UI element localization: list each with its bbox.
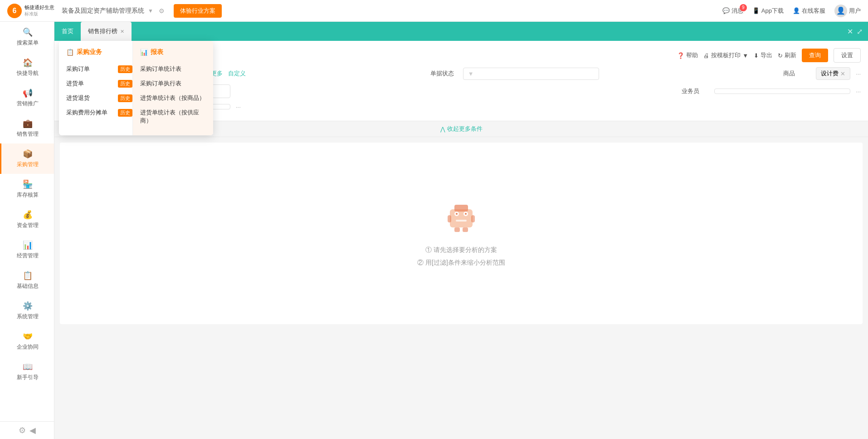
service-label: 在线客服 [802,7,825,15]
user-btn[interactable]: 👤 用户 [834,5,861,17]
tip-text-1: 请先选择要分析的方案 [434,246,497,253]
message-badge: 9 [740,4,747,11]
svg-rect-10 [463,227,468,232]
tab-close-icon[interactable]: ✕ [120,29,124,35]
sidebar-item-purchase[interactable]: 📦 采购管理 [0,143,54,174]
app-download-btn[interactable]: 📱 App下载 [752,7,784,15]
salesperson-more-dots[interactable]: ··· [856,88,861,95]
svg-rect-7 [448,215,451,222]
tab-bar: 首页 销售排行榜 ✕ ✕ ⤢ [54,22,868,41]
purchase-order-label: 采购订单 [66,65,90,73]
header-right: 💬 消息 9 📱 App下载 👤 在线客服 👤 用户 [722,5,861,17]
customer-more-dots[interactable]: ··· [236,104,241,110]
empty-text-1: ① 请先选择要分析的方案 [425,243,497,256]
sidebar-label-coop: 企业协同 [17,343,39,351]
refresh-label: 刷新 [785,51,796,59]
close-tab-btn[interactable]: ✕ [847,27,853,36]
purchase-order-stat-item[interactable]: 采购订单统计表 [140,62,206,76]
sidebar-item-sales[interactable]: 💼 销售管理 [0,113,54,143]
sidebar-item-system[interactable]: ⚙️ 系统管理 [0,296,54,326]
settings-btn[interactable]: 设置 [834,48,861,63]
stock-in-item[interactable]: 进货单 历史 [66,76,132,91]
svg-rect-8 [471,215,475,222]
salesperson-label: 业务员 [682,87,709,95]
sidebar-item-finance[interactable]: 💰 资金管理 [0,204,54,235]
svg-rect-6 [456,220,467,222]
order-status-label: 单据状态 [430,69,458,78]
purchase-order-badge: 历史 [118,65,132,73]
collapse-label: 收起更多条件 [447,125,483,133]
stock-return-badge: 历史 [118,94,132,102]
print-icon: 🖨 [703,52,709,59]
finance-icon: 💰 [23,210,33,220]
sidebar-item-marketing[interactable]: 📢 营销推广 [0,83,54,113]
online-service-btn[interactable]: 👤 在线客服 [793,7,825,15]
sidebar-label-operations: 经营管理 [17,252,39,260]
industry-btn[interactable]: 体验行业方案 [174,4,222,18]
goods-more-dots[interactable]: ··· [856,70,861,77]
query-btn[interactable]: 查询 [802,49,828,62]
service-icon: 👤 [793,7,800,14]
sidebar-item-basic[interactable]: 📋 基础信息 [0,265,54,296]
search-icon: 🔍 [23,27,33,37]
logo-icon: 6 [7,4,22,18]
goods-tag-value: 设计费 [821,69,839,78]
goods-tag: 设计费 ✕ [816,67,850,80]
sidebar-item-operations[interactable]: 📊 经营管理 [0,235,54,265]
purchase-order-stat-label: 采购订单统计表 [140,65,181,73]
settings-icon[interactable]: ⚙ [159,7,165,15]
sidebar-label-basic: 基础信息 [17,282,39,290]
sidebar-label-guide: 新手引导 [17,374,39,381]
stock-in-stat-goods-label: 进货单统计表（按商品） [140,94,205,102]
print-btn[interactable]: 🖨 按模板打印 ▼ [703,51,748,59]
report-col: 📊 报表 采购订单统计表 采购订单执行表 进货单统计表（按商品） 进货单统计表（… [132,41,214,135]
sidebar-item-guide[interactable]: 📖 新手引导 [0,356,54,387]
brand-version: 标准版 [24,11,54,17]
export-icon: ⬇ [754,52,759,59]
guide-icon: 📖 [23,362,33,372]
message-btn[interactable]: 💬 消息 9 [722,7,743,15]
sidebar: 🔍 搜索菜单 🏠 快捷导航 📢 营销推广 💼 销售管理 📦 采购管理 🏪 库存核… [0,22,54,439]
settings-bottom-btn[interactable]: ⚙ [19,425,26,435]
purchase-section-icon: 📋 [66,49,74,56]
stock-in-badge: 历史 [118,80,132,88]
user-label: 用户 [849,7,861,15]
sidebar-item-search[interactable]: 🔍 搜索菜单 [0,22,54,52]
stock-in-stat-supplier-item[interactable]: 进货单统计表（按供应商） [140,105,206,128]
export-label: 导出 [761,51,772,59]
sidebar-label-search: 搜索菜单 [17,39,39,47]
goods-tag-close[interactable]: ✕ [840,70,845,77]
dropdown-arrow-icon[interactable]: ▼ [148,8,153,14]
sidebar-item-quick[interactable]: 🏠 快捷导航 [0,52,54,83]
tab-home[interactable]: 首页 [54,22,81,41]
sidebar-label-quick: 快捷导航 [17,69,39,77]
tab-sales-rank[interactable]: 销售排行榜 ✕ [81,22,132,41]
sidebar-item-inventory[interactable]: 🏪 库存核算 [0,174,54,204]
stock-in-stat-supplier-label: 进货单统计表（按供应商） [140,109,206,125]
order-status-input[interactable]: ▼ [463,68,599,80]
expand-tab-btn[interactable]: ⤢ [857,27,863,36]
sidebar-label-sales: 销售管理 [17,130,39,138]
purchase-order-exec-item[interactable]: 采购订单执行表 [140,76,206,91]
stock-in-stat-goods-item[interactable]: 进货单统计表（按商品） [140,91,206,105]
stock-return-item[interactable]: 进货退货 历史 [66,91,132,105]
refresh-btn[interactable]: ↻ 刷新 [778,51,796,59]
salesperson-input[interactable] [714,89,850,94]
empty-text-2: ② 用[过滤]条件来缩小分析范围 [417,256,505,269]
sidebar-label-system: 系统管理 [17,313,39,321]
purchase-order-item[interactable]: 采购订单 历史 [66,62,132,76]
collapse-sidebar-btn[interactable]: ◀ [29,425,36,435]
empty-illustration [439,198,484,234]
purchase-cost-item[interactable]: 采购费用分摊单 历史 [66,105,132,120]
help-btn[interactable]: ❓ 帮助 [677,51,698,59]
sidebar-label-finance: 资金管理 [17,222,39,229]
tip-num-1: ① [425,246,432,253]
sidebar-label-purchase: 采购管理 [17,161,39,168]
date-custom[interactable]: 自定义 [228,69,246,78]
message-icon: 💬 [722,7,730,14]
export-btn[interactable]: ⬇ 导出 [754,51,772,59]
sidebar-item-coop[interactable]: 🤝 企业协同 [0,326,54,356]
ops-icon: 📊 [23,240,33,250]
report-section-title: 📊 报表 [140,48,206,56]
sales-rank-tab-label: 销售排行榜 [88,27,117,35]
